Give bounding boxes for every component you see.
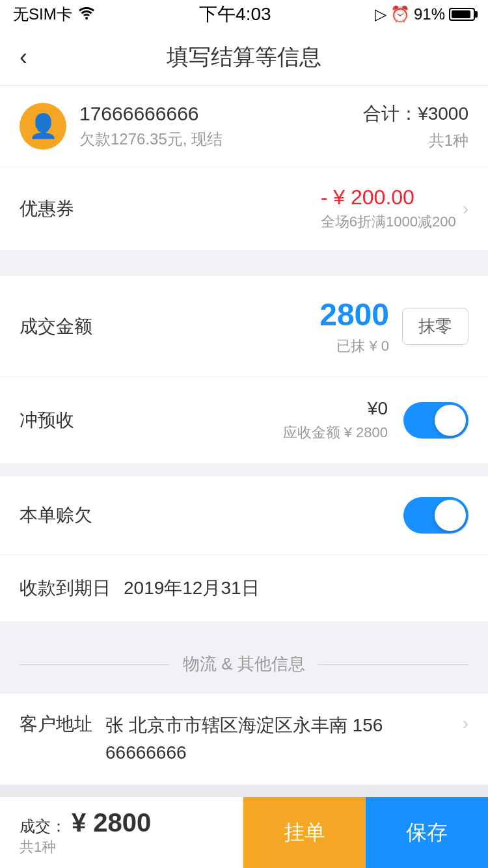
coupon-right: - ¥ 200.00 全场6折满1000减200 › xyxy=(321,185,468,232)
transaction-value: 2800 xyxy=(319,297,389,332)
status-left: 无SIM卡 xyxy=(13,4,96,25)
battery-percent: 91% xyxy=(414,5,445,23)
total-amount: 合计：¥3000 xyxy=(363,102,468,126)
battery-icon xyxy=(449,8,475,21)
transaction-label: 成交金额 xyxy=(20,314,92,339)
logistics-header-text: 物流 & 其他信息 xyxy=(170,653,318,675)
prepayment-right-group: ¥0 应收金额 ¥ 2800 xyxy=(283,398,388,442)
section-divider-2 xyxy=(0,463,488,476)
customer-info: 17666666666 欠款1276.35元, 现结 xyxy=(79,103,223,150)
debt-row: 本单赊欠 xyxy=(0,476,488,554)
customer-row: 👤 17666666666 欠款1276.35元, 现结 合计：¥3000 共1… xyxy=(0,86,488,167)
summary-amount: ¥ 2800 xyxy=(72,808,151,837)
round-button[interactable]: 抹零 xyxy=(402,308,468,345)
due-date-label: 收款到期日 xyxy=(20,576,111,601)
debt-toggle-knob xyxy=(435,500,466,531)
status-time: 下午4:03 xyxy=(199,2,271,27)
prepayment-amount: ¥0 xyxy=(368,398,388,419)
carrier-text: 无SIM卡 xyxy=(13,4,72,25)
prepayment-row: 冲预收 ¥0 应收金额 ¥ 2800 xyxy=(0,377,488,463)
prepayment-toggle[interactable] xyxy=(403,402,468,439)
transaction-amount-row: 成交金额 2800 已抹 ¥ 0 抹零 xyxy=(20,276,468,377)
status-bar: 无SIM卡 下午4:03 ▷ ⏰ 91% xyxy=(0,0,488,29)
address-chevron-icon: › xyxy=(463,713,468,734)
location-icon: ▷ xyxy=(375,5,386,23)
total-count: 共1种 xyxy=(363,130,468,151)
status-right: ▷ ⏰ 91% xyxy=(375,5,475,23)
debt-toggle[interactable] xyxy=(403,497,468,534)
main-content: 👤 17666666666 欠款1276.35元, 现结 合计：¥3000 共1… xyxy=(0,86,488,868)
amount-section: 成交金额 2800 已抹 ¥ 0 抹零 xyxy=(0,276,488,377)
transaction-value-group: 2800 已抹 ¥ 0 xyxy=(319,297,389,356)
page-title: 填写结算等信息 xyxy=(167,42,321,72)
due-date-row: 收款到期日 2019年12月31日 xyxy=(0,554,488,621)
customer-debt: 欠款1276.35元, 现结 xyxy=(79,129,223,150)
customer-left: 👤 17666666666 欠款1276.35元, 现结 xyxy=(20,103,223,150)
section-divider-3 xyxy=(0,621,488,634)
coupon-row[interactable]: 优惠券 - ¥ 200.00 全场6折满1000减200 › xyxy=(0,167,488,250)
address-row[interactable]: 客户地址 张 北京市市辖区海淀区永丰南 156 66666666 › xyxy=(0,694,488,785)
section-divider-1 xyxy=(0,263,488,276)
bottom-bar: 成交： ¥ 2800 共1种 挂单 保存 xyxy=(0,796,488,868)
debt-label: 本单赊欠 xyxy=(20,503,92,528)
avatar: 👤 xyxy=(20,103,66,150)
address-label: 客户地址 xyxy=(20,712,92,737)
address-value: 张 北京市市辖区海淀区永丰南 156 66666666 xyxy=(105,712,450,766)
nav-bar: ‹ 填写结算等信息 xyxy=(0,29,488,86)
bottom-summary: 成交： ¥ 2800 共1种 xyxy=(0,797,243,868)
due-date-value: 2019年12月31日 xyxy=(124,576,260,601)
hang-button[interactable]: 挂单 xyxy=(243,797,366,868)
toggle-knob xyxy=(435,405,466,436)
save-button[interactable]: 保存 xyxy=(366,797,488,868)
back-button[interactable]: ‹ xyxy=(20,44,27,71)
logistics-header: 物流 & 其他信息 xyxy=(0,634,488,694)
wifi-icon xyxy=(77,5,96,23)
coupon-info: - ¥ 200.00 全场6折满1000减200 xyxy=(321,185,456,232)
prepayment-label: 冲预收 xyxy=(20,408,74,433)
customer-phone: 17666666666 xyxy=(79,103,223,125)
transaction-sub: 已抹 ¥ 0 xyxy=(319,336,389,356)
customer-total: 合计：¥3000 共1种 xyxy=(363,102,468,151)
customer-card: 👤 17666666666 欠款1276.35元, 现结 合计：¥3000 共1… xyxy=(0,86,488,250)
chevron-right-icon: › xyxy=(463,198,468,219)
coupon-discount: - ¥ 200.00 xyxy=(321,185,456,210)
alarm-icon: ⏰ xyxy=(390,5,410,23)
summary-count: 共1种 xyxy=(20,837,224,857)
summary-label: 成交： xyxy=(20,816,66,837)
transaction-right: 2800 已抹 ¥ 0 抹零 xyxy=(319,297,468,356)
prepayment-receivable: 应收金额 ¥ 2800 xyxy=(283,423,388,442)
coupon-label: 优惠券 xyxy=(20,197,74,221)
coupon-desc: 全场6折满1000减200 xyxy=(321,212,456,232)
